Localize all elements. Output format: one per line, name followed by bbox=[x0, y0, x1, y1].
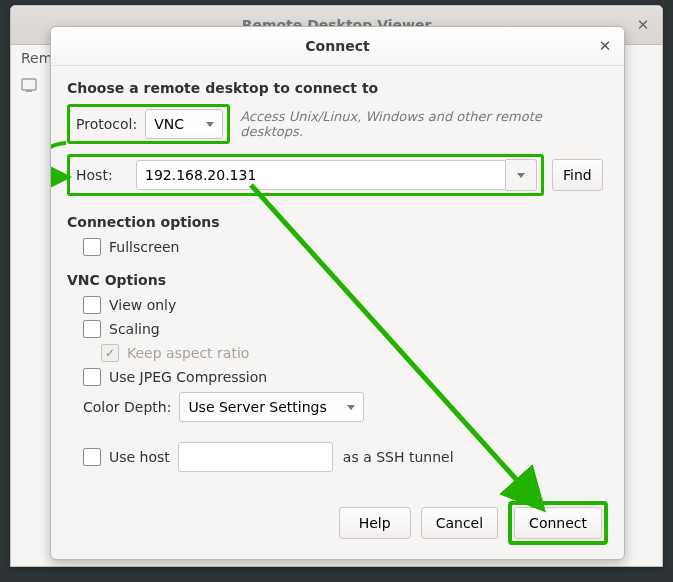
scaling-checkbox[interactable] bbox=[83, 320, 101, 338]
ssh-tunnel-row: Use host as a SSH tunnel bbox=[67, 442, 608, 472]
ssh-tunnel-suffix: as a SSH tunnel bbox=[343, 449, 454, 465]
highlight-connect: Connect bbox=[508, 501, 608, 545]
view-only-label: View only bbox=[109, 297, 176, 313]
choose-heading: Choose a remote desktop to connect to bbox=[67, 80, 608, 96]
svg-rect-0 bbox=[22, 79, 36, 90]
find-button[interactable]: Find bbox=[552, 159, 603, 191]
dialog-titlebar: Connect ✕ bbox=[51, 27, 624, 66]
highlight-protocol: Protocol: VNC bbox=[67, 104, 230, 144]
menu-item-truncated[interactable]: Rem bbox=[21, 50, 52, 66]
color-depth-label: Color Depth: bbox=[83, 399, 171, 415]
keep-aspect-checkbox bbox=[101, 344, 119, 362]
dialog-title: Connect bbox=[305, 38, 369, 54]
connect-toolbar-icon bbox=[21, 77, 43, 95]
use-host-label: Use host bbox=[109, 449, 170, 465]
connect-dialog: Connect ✕ Choose a remote desktop to con… bbox=[50, 26, 625, 560]
keep-aspect-option: Keep aspect ratio bbox=[67, 344, 608, 362]
highlight-host: Host: bbox=[67, 154, 544, 196]
fullscreen-option[interactable]: Fullscreen bbox=[67, 238, 608, 256]
help-button[interactable]: Help bbox=[339, 507, 411, 539]
cancel-button[interactable]: Cancel bbox=[421, 507, 498, 539]
jpeg-checkbox[interactable] bbox=[83, 368, 101, 386]
protocol-label: Protocol: bbox=[76, 116, 137, 132]
scaling-label: Scaling bbox=[109, 321, 160, 337]
host-history-dropdown-button[interactable] bbox=[506, 159, 537, 191]
main-close-button[interactable]: ✕ bbox=[632, 14, 654, 36]
keep-aspect-label: Keep aspect ratio bbox=[127, 345, 249, 361]
svg-rect-1 bbox=[26, 90, 32, 92]
use-host-checkbox[interactable] bbox=[83, 448, 101, 466]
jpeg-option[interactable]: Use JPEG Compression bbox=[67, 368, 608, 386]
dialog-action-area: Help Cancel Connect bbox=[339, 501, 608, 545]
vnc-options-heading: VNC Options bbox=[67, 272, 608, 288]
jpeg-label: Use JPEG Compression bbox=[109, 369, 267, 385]
protocol-select[interactable]: VNC bbox=[145, 109, 223, 139]
fullscreen-checkbox[interactable] bbox=[83, 238, 101, 256]
connect-button[interactable]: Connect bbox=[514, 507, 602, 539]
host-input[interactable] bbox=[136, 160, 506, 190]
view-only-checkbox[interactable] bbox=[83, 296, 101, 314]
color-depth-select[interactable]: Use Server Settings bbox=[179, 392, 364, 422]
view-only-option[interactable]: View only bbox=[67, 296, 608, 314]
protocol-hint: Access Unix/Linux, Windows and other rem… bbox=[240, 109, 608, 139]
scaling-option[interactable]: Scaling bbox=[67, 320, 608, 338]
connection-options-heading: Connection options bbox=[67, 214, 608, 230]
ssh-host-input[interactable] bbox=[178, 442, 333, 472]
host-label: Host: bbox=[76, 167, 128, 183]
dialog-close-button[interactable]: ✕ bbox=[594, 35, 616, 57]
fullscreen-label: Fullscreen bbox=[109, 239, 179, 255]
